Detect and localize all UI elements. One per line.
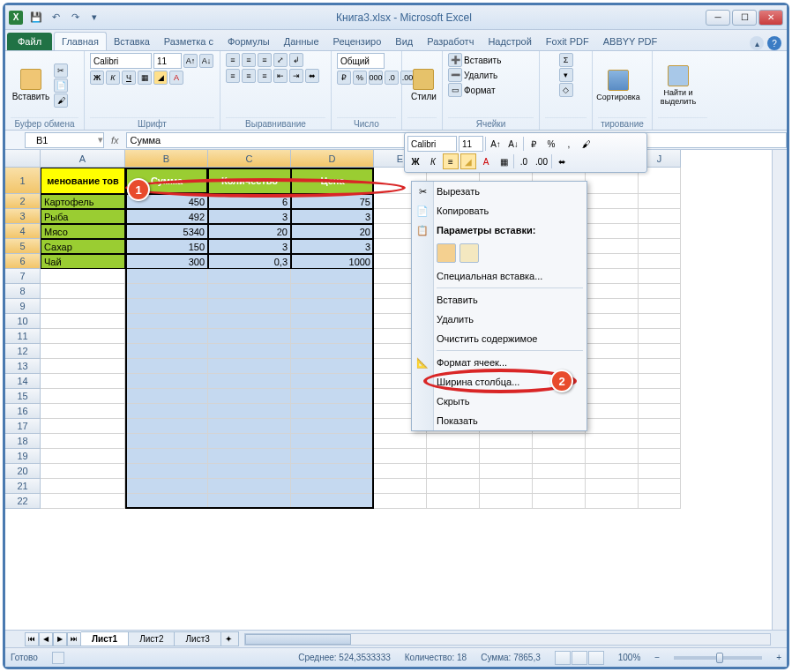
cell-J11[interactable]: [639, 329, 681, 344]
cm-hide[interactable]: Скрыть: [412, 392, 587, 411]
styles-button[interactable]: Стили: [407, 67, 440, 103]
cell-B11[interactable]: [125, 329, 208, 344]
cell-A22[interactable]: [41, 494, 125, 509]
mini-font-name[interactable]: [407, 136, 457, 152]
tab-review[interactable]: Рецензиро: [326, 33, 389, 50]
mini-dec-decimal-icon[interactable]: .00: [534, 153, 549, 169]
cell-D22[interactable]: [291, 494, 374, 509]
cell-C20[interactable]: [208, 464, 291, 479]
zoom-in-button[interactable]: +: [776, 653, 781, 662]
cell-H22[interactable]: [533, 494, 586, 509]
align-bottom-icon[interactable]: ≡: [258, 53, 272, 67]
cell-I6[interactable]: [586, 254, 639, 269]
close-button[interactable]: ✕: [758, 10, 783, 26]
cell-I2[interactable]: [586, 194, 639, 209]
cell-B14[interactable]: [125, 374, 208, 389]
view-layout-icon[interactable]: [572, 651, 587, 665]
select-all-corner[interactable]: [5, 150, 41, 168]
cell-D13[interactable]: [291, 359, 374, 374]
row-header-6[interactable]: 6: [5, 254, 41, 269]
row-header-17[interactable]: 17: [5, 419, 41, 434]
mini-comma-icon[interactable]: ,: [561, 136, 577, 152]
mini-border-icon[interactable]: ▦: [496, 153, 512, 169]
cell-J21[interactable]: [639, 479, 681, 494]
cell-G19[interactable]: [480, 449, 533, 464]
sheet-nav-last[interactable]: ⏭: [67, 632, 81, 646]
cell-I19[interactable]: [586, 449, 639, 464]
cell-I12[interactable]: [586, 344, 639, 359]
format-cells-icon[interactable]: ▭: [448, 83, 462, 97]
mini-font-size[interactable]: [459, 136, 483, 152]
align-middle-icon[interactable]: ≡: [242, 53, 256, 67]
clear-icon[interactable]: ◇: [559, 83, 573, 97]
cell-A12[interactable]: [41, 344, 125, 359]
cell-A14[interactable]: [41, 374, 125, 389]
cell-J17[interactable]: [639, 419, 681, 434]
redo-icon[interactable]: ↷: [67, 10, 83, 26]
row-header-22[interactable]: 22: [5, 494, 41, 509]
view-normal-icon[interactable]: [555, 651, 571, 665]
cell-E22[interactable]: [374, 494, 427, 509]
tab-developer[interactable]: Разработч: [420, 33, 481, 50]
row-header-8[interactable]: 8: [5, 284, 41, 299]
increase-indent-icon[interactable]: ⇥: [289, 69, 303, 83]
orientation-icon[interactable]: ⤢: [273, 53, 288, 67]
cell-J3[interactable]: [639, 209, 681, 224]
fx-icon[interactable]: fx: [104, 135, 126, 146]
cell-J14[interactable]: [639, 374, 681, 389]
cell-C4[interactable]: 20: [208, 224, 291, 239]
cell-J6[interactable]: [639, 254, 681, 269]
cell-J18[interactable]: [639, 434, 681, 449]
sheet-tab-2[interactable]: Лист2: [129, 631, 175, 646]
cell-B5[interactable]: 150: [125, 239, 208, 254]
cell-I3[interactable]: [586, 209, 639, 224]
format-painter-icon[interactable]: 🖌: [54, 93, 68, 108]
cell-J12[interactable]: [639, 344, 681, 359]
row-header-19[interactable]: 19: [5, 449, 41, 464]
mini-format-painter-icon[interactable]: 🖌: [579, 136, 594, 152]
cell-A17[interactable]: [41, 419, 125, 434]
tab-addins[interactable]: Надстрой: [481, 33, 538, 50]
row-header-1[interactable]: 1: [5, 168, 41, 194]
cell-H18[interactable]: [533, 434, 586, 449]
minimize-ribbon-icon[interactable]: ▴: [750, 36, 764, 50]
cell-J4[interactable]: [639, 224, 681, 239]
mini-currency-icon[interactable]: ₽: [526, 136, 542, 152]
cell-B16[interactable]: [125, 404, 208, 419]
cell-D21[interactable]: [291, 479, 374, 494]
cell-I15[interactable]: [586, 389, 639, 404]
cell-J2[interactable]: [639, 194, 681, 209]
col-header-D[interactable]: D: [291, 150, 374, 168]
insert-cells-label[interactable]: Вставить: [464, 56, 501, 65]
cell-I17[interactable]: [586, 419, 639, 434]
row-header-2[interactable]: 2: [5, 194, 41, 209]
cell-G22[interactable]: [480, 494, 533, 509]
cm-cut[interactable]: ✂Вырезать: [412, 182, 587, 201]
row-header-15[interactable]: 15: [5, 389, 41, 404]
sheet-tab-3[interactable]: Лист3: [175, 631, 220, 646]
cell-B8[interactable]: [125, 284, 208, 299]
cell-A7[interactable]: [41, 269, 125, 284]
cell-A10[interactable]: [41, 314, 125, 329]
mini-increase-font-icon[interactable]: A↑: [488, 136, 504, 152]
tab-formulas[interactable]: Формулы: [220, 33, 277, 50]
find-select-button[interactable]: Найти и выделить: [658, 63, 699, 108]
cell-B17[interactable]: [125, 419, 208, 434]
cell-J15[interactable]: [639, 389, 681, 404]
help-icon[interactable]: ?: [767, 36, 781, 50]
cell-D4[interactable]: 20: [291, 224, 374, 239]
qat-dropdown-icon[interactable]: ▾: [86, 10, 102, 26]
cell-F20[interactable]: [427, 464, 480, 479]
cell-F18[interactable]: [427, 434, 480, 449]
cell-A20[interactable]: [41, 464, 125, 479]
cell-B4[interactable]: 5340: [125, 224, 208, 239]
cell-C11[interactable]: [208, 329, 291, 344]
zoom-slider[interactable]: [674, 656, 762, 660]
cell-C14[interactable]: [208, 374, 291, 389]
sheet-nav-next[interactable]: ▶: [53, 632, 67, 646]
cell-C21[interactable]: [208, 479, 291, 494]
cell-D11[interactable]: [291, 329, 374, 344]
tab-home[interactable]: Главная: [54, 32, 107, 50]
cell-C8[interactable]: [208, 284, 291, 299]
cm-show[interactable]: Показать: [412, 411, 587, 430]
